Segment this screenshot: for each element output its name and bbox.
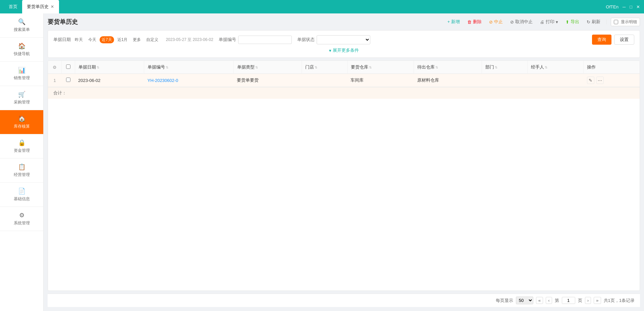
display-detail-checkbox-wrapper[interactable]: 显示明细 — [611, 18, 640, 26]
date-btn-7days[interactable]: 近7天 — [100, 36, 114, 43]
often-btn[interactable]: OfTEn — [606, 4, 619, 9]
date-btn-yesterday[interactable]: 昨天 — [73, 36, 85, 43]
cell-req-warehouse: 车间库 — [347, 74, 414, 87]
action-icons: ✎ ⋯ — [587, 77, 636, 84]
sort-store[interactable]: 门店 ⇅ — [305, 64, 344, 70]
sort-department[interactable]: 部门 ⇅ — [485, 64, 524, 70]
sidebar-item-purchase[interactable]: 🛒 采购管理 — [0, 86, 43, 110]
th-settings: ⚙ — [48, 61, 61, 74]
app-layout: 🔍 搜索菜单 🏠 快捷导航 📊 销售管理 🛒 采购管理 🏠 库存核算 🔒 资金管… — [0, 13, 644, 311]
table-footer: 合计： — [48, 87, 640, 99]
inventory-icon: 🏠 — [18, 115, 25, 122]
date-btn-1month[interactable]: 近1月 — [115, 36, 130, 43]
doc-no-input[interactable] — [238, 36, 292, 44]
total-info: 共1页，1条记录 — [604, 298, 635, 304]
date-btn-custom[interactable]: 自定义 — [144, 36, 160, 43]
th-store: 门店 ⇅ — [302, 61, 347, 74]
sidebar-label-search: 搜索菜单 — [14, 27, 30, 33]
th-date: 单据日期 ⇅ — [75, 61, 144, 74]
sidebar-label-basic-info: 基础信息 — [14, 196, 30, 202]
date-range-item: 2023-05-27 至 2023-06-02 — [166, 37, 213, 43]
date-btn-more[interactable]: 更多 — [131, 36, 143, 43]
main-table: ⚙ 单据日期 ⇅ — [48, 61, 640, 87]
sidebar-item-basic-info[interactable]: 📄 基础信息 — [0, 183, 43, 207]
display-detail-checkbox[interactable] — [614, 20, 618, 24]
setting-button[interactable]: 设置 — [614, 35, 634, 45]
doc-no-link[interactable]: YH-20230602-0 — [148, 78, 178, 83]
purchase-icon: 🛒 — [18, 91, 25, 98]
first-page-btn[interactable]: « — [536, 297, 543, 304]
sidebar-item-quick-nav[interactable]: 🏠 快捷导航 — [0, 38, 43, 62]
sort-date[interactable]: 单据日期 ⇅ — [78, 64, 141, 70]
cell-num: 1 — [48, 74, 61, 87]
tab-close-icon[interactable]: ✕ — [51, 4, 54, 9]
cell-pending-warehouse: 原材料仓库 — [414, 74, 482, 87]
pagination-bar: 每页显示 50 10 20 100 « ‹ 第 页 › » 共1页，1条记录 — [48, 294, 640, 307]
tab-home[interactable]: 首页 — [4, 0, 22, 13]
sidebar-label-operation: 经营管理 — [14, 172, 30, 178]
th-doc-type: 单据类型 ⇅ — [233, 61, 302, 74]
toolbar-divider — [606, 19, 607, 24]
stop-button[interactable]: ⊘ 中止 — [487, 17, 505, 26]
sidebar-item-finance[interactable]: 🔒 资金管理 — [0, 134, 43, 159]
date-filter: 单据日期 昨天 今天 近7天 近1月 更多 自定义 — [53, 36, 160, 43]
status-filter: 单据状态 — [297, 35, 370, 44]
sort-handler[interactable]: 经手人 ⇅ — [531, 64, 580, 70]
tab-home-label: 首页 — [9, 4, 17, 10]
add-button[interactable]: + 新增 — [445, 17, 462, 26]
refresh-button[interactable]: ↻ 刷新 — [585, 17, 602, 26]
row-checkbox[interactable] — [66, 78, 70, 82]
sidebar-label-inventory: 库存核算 — [14, 124, 30, 129]
query-button[interactable]: 查询 — [592, 35, 611, 45]
more-icon[interactable]: ⋯ — [596, 77, 604, 84]
summary-label: 合计： — [53, 90, 66, 95]
search-icon: 🔍 — [18, 18, 25, 26]
sidebar-item-sales[interactable]: 📊 销售管理 — [0, 62, 43, 86]
sidebar-item-system[interactable]: ⚙ 系统管理 — [0, 207, 43, 231]
next-page-btn[interactable]: › — [585, 297, 591, 304]
top-bar: 首页 要货单历史 ✕ OfTEn ─ □ ✕ — [0, 0, 644, 13]
cancel-stop-button[interactable]: ⊘ 取消中止 — [508, 17, 535, 26]
delete-button[interactable]: 🗑 删除 — [465, 17, 484, 26]
filter-actions: 查询 设置 — [592, 35, 634, 45]
sidebar-label-purchase: 采购管理 — [14, 99, 30, 105]
sort-doc-type[interactable]: 单据类型 ⇅ — [237, 64, 298, 70]
sort-doc-no-icon: ⇅ — [166, 65, 168, 69]
sort-doc-no[interactable]: 单据编号 ⇅ — [148, 64, 230, 70]
sort-date-icon: ⇅ — [97, 65, 99, 69]
th-doc-no: 单据编号 ⇅ — [144, 61, 234, 74]
sidebar-item-search[interactable]: 🔍 搜索菜单 — [0, 13, 43, 38]
page-number-input[interactable] — [562, 297, 575, 304]
close-window-btn[interactable]: ✕ — [636, 4, 640, 9]
date-btn-today[interactable]: 今天 — [86, 36, 98, 43]
sort-req-warehouse-icon: ⇅ — [369, 65, 372, 69]
page-unit: 页 — [578, 298, 582, 304]
per-page-select[interactable]: 50 10 20 100 — [516, 297, 533, 304]
sidebar-item-operation[interactable]: 📋 经营管理 — [0, 159, 43, 183]
sort-pending-warehouse[interactable]: 待出仓库 ⇅ — [417, 64, 478, 70]
last-page-btn[interactable]: » — [594, 297, 601, 304]
print-button[interactable]: 🖨 打印 ▾ — [538, 17, 560, 26]
th-req-warehouse: 要货仓库 ⇅ — [347, 61, 414, 74]
maximize-btn[interactable]: □ — [630, 4, 632, 9]
sidebar-item-inventory[interactable]: 🏠 库存核算 — [0, 110, 43, 134]
prev-page-btn[interactable]: ‹ — [546, 297, 552, 304]
tab-requisition-history-label: 要货单历史 — [27, 4, 49, 10]
print-chevron-icon: ▾ — [556, 19, 558, 25]
toolbar: + 新增 🗑 删除 ⊘ 中止 ⊘ 取消中止 🖨 打 — [445, 17, 640, 26]
expand-label: 展开更多条件 — [333, 47, 359, 53]
table-settings-icon[interactable]: ⚙ — [53, 65, 57, 70]
minimize-btn[interactable]: ─ — [623, 4, 626, 9]
cell-checkbox — [61, 74, 75, 87]
tab-requisition-history[interactable]: 要货单历史 ✕ — [22, 0, 59, 13]
doc-no-label: 单据编号 — [219, 37, 236, 43]
table-header-row: ⚙ 单据日期 ⇅ — [48, 61, 640, 74]
edit-icon[interactable]: ✎ — [587, 77, 594, 84]
th-pending-warehouse: 待出仓库 ⇅ — [414, 61, 482, 74]
sort-req-warehouse[interactable]: 要货仓库 ⇅ — [351, 64, 410, 70]
select-all-checkbox[interactable] — [66, 64, 70, 69]
expand-more-btn[interactable]: ▾ 展开更多条件 — [53, 47, 634, 53]
sidebar-label-quick-nav: 快捷导航 — [14, 51, 30, 57]
export-button[interactable]: ⬆ 导出 — [564, 17, 581, 26]
status-select[interactable] — [317, 35, 370, 44]
